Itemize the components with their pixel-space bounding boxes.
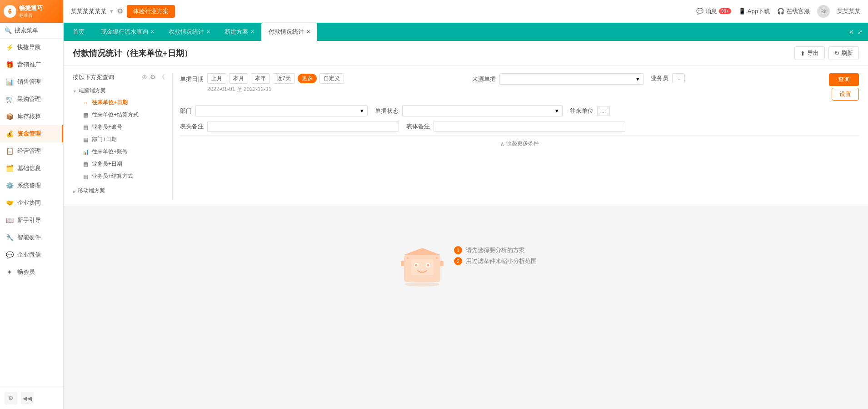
tab-close-all-icon[interactable]: ✕ (849, 29, 854, 35)
partner-ellipsis-btn[interactable]: ... (597, 106, 610, 116)
source-bill-select[interactable]: ▾ (499, 73, 643, 85)
nav-icon-marketing: 🎁 (5, 61, 14, 69)
tab-close-new-scheme[interactable]: × (251, 29, 254, 35)
logo-icon: 6 (4, 5, 16, 18)
collapse-icon: ∧ (500, 141, 504, 147)
date-btn-this-month[interactable]: 本月 (229, 73, 248, 84)
table-header-note-input[interactable] (207, 121, 399, 132)
tab-label-payment-stats: 付款情况统计 (269, 28, 304, 36)
scheme-icon-staff-date: ▦ (82, 161, 89, 168)
page-header: 付款情况统计（往来单位+日期） ⬆ 导出 ↻ 刷新 (64, 41, 868, 66)
empty-svg (395, 234, 449, 289)
sidebar-item-inventory[interactable]: 📦 库存核算 (0, 108, 63, 125)
sidebar-item-quick-nav[interactable]: ⚡ 快捷导航 (0, 39, 63, 56)
sidebar-header: 6 畅捷通巧 标准版 (0, 0, 63, 23)
tab-cash-flow[interactable]: 现金银行流水查询× (94, 23, 161, 41)
svg-rect-2 (411, 259, 434, 275)
scheme-settings-btn[interactable]: ⚙ (150, 73, 156, 81)
sidebar-item-vip[interactable]: ✦ 畅会员 (0, 263, 63, 281)
scheme-item-partner-account[interactable]: 📊 往来单位+账号 (78, 146, 165, 158)
scheme-item-partner-date[interactable]: ○ 往来单位+日期 (78, 96, 165, 109)
mobile-group-title[interactable]: 移动端方案 (73, 185, 165, 197)
notification-badge: 99+ (719, 8, 731, 14)
empty-text-block: 1 请先选择要分析的方案 2 用过滤条件来缩小分析范围 (454, 246, 537, 268)
staff-ellipsis-btn[interactable]: ... (672, 73, 685, 83)
scheme-add-btn[interactable]: ⊕ (142, 73, 147, 81)
tab-close-receipt-stats[interactable]: × (207, 29, 210, 35)
topbar-settings-icon[interactable]: ⚙ (117, 7, 123, 15)
notification-group[interactable]: 💬 消息 99+ (696, 7, 731, 15)
scheme-icon-partner-date: ○ (82, 99, 89, 106)
collapse-sidebar-btn[interactable]: ◀◀ (21, 392, 34, 404)
scheme-item-staff-account[interactable]: ▦ 业务员+账号 (78, 121, 165, 133)
sidebar-item-operations[interactable]: 📋 经营管理 (0, 142, 63, 160)
svg-point-6 (427, 264, 429, 267)
sidebar-item-finance[interactable]: 💰 资金管理 (0, 125, 63, 142)
sidebar-item-enterprise[interactable]: 🤝 企业协同 (0, 194, 63, 212)
sidebar-item-hardware[interactable]: 🔧 智能硬件 (0, 229, 63, 246)
setup-btn[interactable]: 设置 (832, 88, 859, 101)
bill-status-select[interactable]: ▾ (402, 105, 563, 116)
collapse-filter-btn[interactable]: ∧ 收起更多条件 (180, 136, 859, 151)
export-btn[interactable]: ⬆ 导出 (794, 46, 825, 60)
svg-point-10 (436, 257, 438, 259)
partner-label: 往来单位 (570, 107, 594, 115)
tab-receipt-stats[interactable]: 收款情况统计× (161, 23, 217, 41)
source-bill-label: 来源单据 (472, 75, 496, 83)
query-btn-group: 查询 设置 (829, 73, 859, 101)
scheme-collapse-btn[interactable]: 《 (159, 73, 165, 81)
sidebar-search[interactable]: 🔍 搜索菜单 (0, 23, 63, 39)
tab-new-scheme[interactable]: 新建方案× (217, 23, 261, 41)
nav-icon-system: ⚙️ (5, 182, 14, 190)
trial-btn[interactable]: 体验行业方案 (127, 5, 175, 18)
table-body-note-input[interactable] (434, 121, 625, 132)
online-service-group[interactable]: 🎧 在线客服 (777, 7, 810, 15)
dept-select[interactable]: ▾ (195, 105, 368, 116)
settings-footer-btn[interactable]: ⚙ (5, 392, 17, 404)
refresh-btn[interactable]: ↻ 刷新 (828, 46, 859, 60)
scheme-item-staff-settle[interactable]: ▦ 业务员+结算方式 (78, 170, 165, 182)
scheme-label-dept-date: 部门+日期 (92, 136, 117, 143)
sidebar-title-block: 畅捷通巧 标准版 (19, 4, 43, 19)
nav-icon-operations: 📋 (5, 147, 14, 155)
nav-icon-hardware: 🔧 (5, 233, 14, 242)
scheme-item-staff-date[interactable]: ▦ 业务员+日期 (78, 158, 165, 170)
sidebar-item-wechat[interactable]: 💬 企业微信 (0, 246, 63, 263)
date-btn-this-year[interactable]: 本年 (251, 73, 270, 84)
nav-icon-basic-info: 🗂️ (5, 164, 14, 172)
sidebar-footer: ⚙ ◀◀ (0, 387, 63, 409)
query-btn[interactable]: 查询 (829, 73, 859, 86)
scheme-item-partner-settle[interactable]: ▦ 往来单位+结算方式 (78, 109, 165, 121)
tabbar: 首页现金银行流水查询×收款情况统计×新建方案×付款情况统计× ✕ ⤢ (64, 23, 868, 41)
filter-row-2: 部门 ▾ 单据状态 ▾ 往来单位 (180, 105, 859, 116)
scheme-label-partner-settle: 往来单位+结算方式 (92, 111, 139, 119)
nav-label-vip: 畅会员 (17, 268, 35, 276)
date-btn-custom[interactable]: 自定义 (319, 73, 344, 84)
scheme-item-dept-date[interactable]: ▦ 部门+日期 (78, 133, 165, 146)
tab-close-payment-stats[interactable]: × (307, 29, 310, 35)
date-btn-last-month[interactable]: 上月 (207, 73, 226, 84)
tab-close-cash-flow[interactable]: × (151, 29, 154, 35)
tab-payment-stats[interactable]: 付款情况统计× (261, 23, 317, 41)
sidebar-item-basic-info[interactable]: 🗂️ 基础信息 (0, 160, 63, 177)
scheme-header-icons: ⊕ ⚙ 《 (142, 73, 165, 81)
sidebar-item-sales[interactable]: 📊 销售管理 (0, 73, 63, 91)
main-area: 某某某某某某 ▾ ⚙ 体验行业方案 💬 消息 99+ 📱 App下载 🎧 在线客… (64, 0, 868, 409)
sidebar-item-purchase[interactable]: 🛒 采购管理 (0, 91, 63, 108)
sidebar-item-system[interactable]: ⚙️ 系统管理 (0, 177, 63, 194)
desktop-group-title[interactable]: 电脑端方案 (73, 85, 165, 96)
sidebar-item-marketing[interactable]: 🎁 营销推广 (0, 56, 63, 73)
bill-date-label: 单据日期 (180, 73, 204, 83)
table-body-note-field: 表体备注 (406, 121, 625, 132)
tab-home[interactable]: 首页 (64, 23, 94, 41)
sidebar-item-guide[interactable]: 📖 新手引导 (0, 212, 63, 229)
topbar-right: 💬 消息 99+ 📱 App下载 🎧 在线客服 Rit 某某某某 (696, 5, 861, 18)
nav-icon-guide: 📖 (5, 216, 14, 224)
date-btn-7days[interactable]: 近7天 (273, 73, 295, 84)
date-btn-more[interactable]: 更多 (298, 74, 317, 83)
sidebar-search-label: 搜索菜单 (15, 26, 38, 35)
app-download-group[interactable]: 📱 App下载 (738, 7, 770, 15)
topbar-dropdown-arrow[interactable]: ▾ (110, 8, 113, 15)
date-section: 上月 本月 本年 近7天 更多 自定义 2022-01-01 至 2022-12… (207, 73, 344, 93)
tab-expand-icon[interactable]: ⤢ (858, 29, 863, 35)
